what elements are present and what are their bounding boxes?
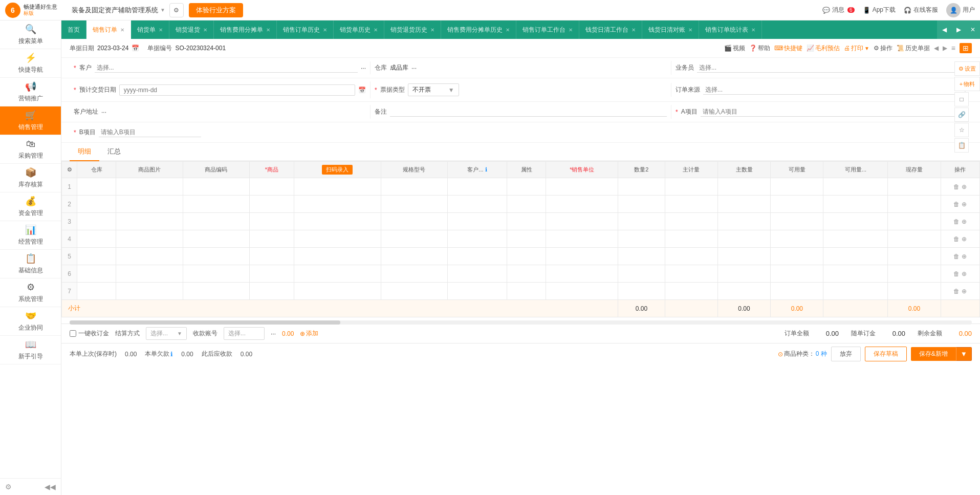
- tab-home[interactable]: 首页: [61, 20, 86, 39]
- row-1-warehouse[interactable]: [77, 178, 116, 196]
- right-btn-4[interactable]: 📋: [954, 138, 969, 153]
- row-2-unit[interactable]: [546, 196, 618, 213]
- row-5-warehouse[interactable]: [77, 248, 116, 265]
- col-gear[interactable]: ⚙: [62, 162, 77, 178]
- row-3-warehouse[interactable]: [77, 213, 116, 230]
- row-5-copy-icon[interactable]: ⊕: [962, 253, 967, 260]
- warehouse-expand-button[interactable]: ···: [411, 64, 417, 72]
- row-2-attr[interactable]: [507, 196, 546, 213]
- row-3-delete-icon[interactable]: 🗑: [953, 218, 960, 225]
- row-4-main-unit[interactable]: [665, 230, 717, 248]
- row-1-customer-code[interactable]: [447, 178, 507, 196]
- row-5-attr[interactable]: [507, 248, 546, 265]
- sidebar-item-inventory[interactable]: 📦 库存核算: [0, 164, 61, 192]
- row-3-attr[interactable]: [507, 213, 546, 230]
- row-3-scan[interactable]: [294, 213, 381, 230]
- row-6-unit[interactable]: [546, 265, 618, 283]
- row-6-warehouse[interactable]: [77, 265, 116, 283]
- row-7-warehouse[interactable]: [77, 283, 116, 300]
- scan-entry-button[interactable]: 扫码录入: [322, 165, 353, 175]
- tab-sales-workbench[interactable]: 销售订单工作台 ✕: [516, 20, 579, 39]
- row-5-spec[interactable]: [381, 248, 447, 265]
- tab-sales-stats[interactable]: 销售订单统计表 ✕: [699, 20, 762, 39]
- row-4-qty2[interactable]: [618, 230, 665, 248]
- sidebar-item-quick-nav[interactable]: ⚡ 快捷导航: [0, 49, 61, 78]
- row-1-image[interactable]: [116, 178, 183, 196]
- horizontal-scrollbar[interactable]: [70, 320, 972, 325]
- tab-close-sales-goods-history[interactable]: ✕: [374, 27, 378, 33]
- sidebar-item-finance[interactable]: 💰 资金管理: [0, 192, 61, 221]
- row-6-image[interactable]: [116, 265, 183, 283]
- row-1-attr[interactable]: [507, 178, 546, 196]
- shortcut-button[interactable]: ⌨ 快捷键: [774, 44, 802, 53]
- row-5-unit[interactable]: [546, 248, 618, 265]
- row-2-main-unit[interactable]: [665, 196, 717, 213]
- row-2-customer-code[interactable]: [447, 196, 507, 213]
- row-1-delete-icon[interactable]: 🗑: [953, 183, 960, 190]
- tab-next-button[interactable]: ▶: [951, 20, 966, 39]
- row-3-spec[interactable]: [381, 213, 447, 230]
- app-download-button[interactable]: 📱 App下载: [863, 6, 896, 14]
- row-6-copy-icon[interactable]: ⊕: [962, 270, 967, 277]
- row-3-code[interactable]: [183, 213, 249, 230]
- row-4-attr[interactable]: [507, 230, 546, 248]
- sidebar-item-system[interactable]: ⚙ 系统管理: [0, 278, 61, 307]
- print-dropdown-arrow[interactable]: ▼: [864, 46, 869, 51]
- tab-close-sales-stats[interactable]: ✕: [751, 27, 755, 33]
- a-project-input[interactable]: [701, 107, 968, 117]
- page-next-button[interactable]: ▶: [943, 45, 947, 52]
- row-4-available[interactable]: [771, 230, 823, 248]
- account-expand-button[interactable]: ···: [271, 330, 276, 337]
- tab-close-cash-reconcile[interactable]: ✕: [688, 27, 692, 33]
- row-4-unit[interactable]: [546, 230, 618, 248]
- row-3-image[interactable]: [116, 213, 183, 230]
- detail-tab-summary[interactable]: 汇总: [99, 143, 129, 161]
- row-7-image[interactable]: [116, 283, 183, 300]
- row-4-copy-icon[interactable]: ⊕: [962, 235, 967, 243]
- row-5-main-unit[interactable]: [665, 248, 717, 265]
- sidebar-item-basic-info[interactable]: 📋 基础信息: [0, 250, 61, 278]
- row-5-scan[interactable]: [294, 248, 381, 265]
- tab-sales-return[interactable]: 销货退货 ✕: [169, 20, 214, 39]
- row-5-qty2[interactable]: [618, 248, 665, 265]
- row-5-available2[interactable]: [823, 248, 888, 265]
- row-3-main-qty[interactable]: [717, 213, 770, 230]
- history-button[interactable]: 📜 历史单据: [897, 44, 930, 53]
- scrollbar-thumb[interactable]: [70, 320, 340, 325]
- customer-input[interactable]: [95, 63, 358, 73]
- message-button[interactable]: 💬 消息 6: [822, 6, 855, 14]
- row-1-code[interactable]: [183, 178, 249, 196]
- row-6-customer-code[interactable]: [447, 265, 507, 283]
- row-1-available[interactable]: [771, 178, 823, 196]
- row-1-scan[interactable]: [294, 178, 381, 196]
- row-3-main-unit[interactable]: [665, 213, 717, 230]
- row-5-code[interactable]: [183, 248, 249, 265]
- row-6-stock[interactable]: [888, 265, 941, 283]
- abandon-button[interactable]: 放弃: [831, 347, 861, 361]
- tab-sales-goods[interactable]: 销货单 ✕: [131, 20, 169, 39]
- industry-solution-button[interactable]: 体验行业方案: [189, 3, 243, 17]
- row-3-qty2[interactable]: [618, 213, 665, 230]
- row-1-available2[interactable]: [823, 178, 888, 196]
- sidebar-collapse-button[interactable]: ◀◀: [45, 483, 56, 491]
- row-2-stock[interactable]: [888, 196, 941, 213]
- row-5-customer-code[interactable]: [447, 248, 507, 265]
- one-click-payment-input[interactable]: [70, 330, 76, 337]
- row-6-qty2[interactable]: [618, 265, 665, 283]
- row-6-main-unit[interactable]: [665, 265, 717, 283]
- sidebar-item-guide[interactable]: 📖 新手引导: [0, 336, 61, 364]
- row-4-code[interactable]: [183, 230, 249, 248]
- sidebar-item-marketing[interactable]: 📢 营销推广: [0, 78, 61, 106]
- tab-close-all-button[interactable]: ✕: [966, 20, 980, 39]
- tab-close-sales-return-history[interactable]: ✕: [430, 27, 434, 33]
- row-4-available2[interactable]: [823, 230, 888, 248]
- form-view-button[interactable]: ⊞: [960, 43, 972, 53]
- row-7-stock[interactable]: [888, 283, 941, 300]
- row-6-spec[interactable]: [381, 265, 447, 283]
- sidebar-item-sales[interactable]: 🛒 销售管理: [0, 106, 61, 135]
- row-7-copy-icon[interactable]: ⊕: [962, 288, 967, 295]
- row-7-unit[interactable]: [546, 283, 618, 300]
- one-click-payment-checkbox[interactable]: 一键收订金: [70, 329, 109, 338]
- tab-sales-return-history[interactable]: 销货退货历史 ✕: [384, 20, 441, 39]
- row-7-scan[interactable]: [294, 283, 381, 300]
